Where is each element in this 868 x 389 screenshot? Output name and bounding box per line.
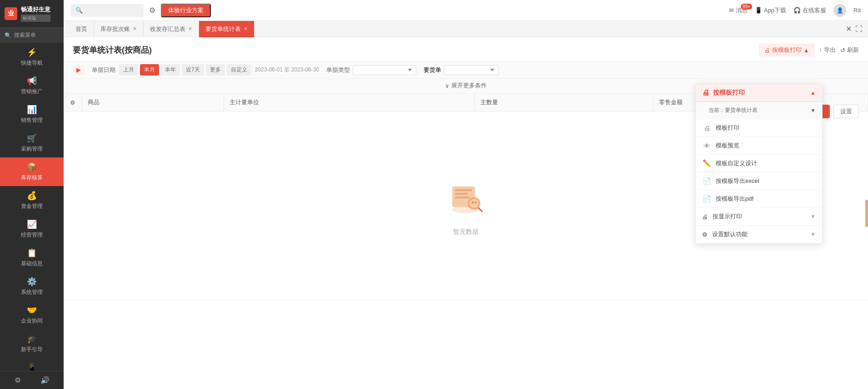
app-icon: 📱: [27, 363, 37, 371]
expand-more-button[interactable]: ∨ 展开更多条件: [445, 81, 487, 90]
sidebar-search[interactable]: 🔍 搜索菜单: [0, 28, 64, 43]
sidebar-item-sales[interactable]: 📊 销售管理: [0, 100, 64, 129]
sidebar-item-label: 资金管理: [21, 202, 43, 210]
empty-icon: [443, 175, 489, 221]
date-range: 2023-06-01 至 2023-06-30: [255, 66, 319, 74]
tab-inventory-batch-close[interactable]: ✕: [133, 26, 137, 32]
export-pdf-label: 按模板导出pdf: [716, 195, 753, 203]
export-icon: ↑: [819, 47, 823, 54]
date-btn-more[interactable]: 更多: [206, 64, 225, 76]
audio-icon[interactable]: 🔊: [40, 376, 50, 384]
tab-home[interactable]: 首页: [69, 21, 94, 37]
resize-handle[interactable]: [865, 200, 868, 227]
sidebar-item-operations[interactable]: 📈 经营管理: [0, 215, 64, 243]
settings-button[interactable]: 设置: [833, 105, 859, 118]
date-btn-custom[interactable]: 自定义: [227, 64, 251, 76]
current-label: 当前：要货单统计表: [708, 106, 758, 114]
topbar-gear-icon[interactable]: ⚙: [149, 6, 155, 15]
user-name: Rit: [853, 7, 861, 14]
inventory-icon: 📦: [27, 162, 37, 172]
messages-badge: 99+: [741, 4, 752, 10]
tab-order-stats[interactable]: 要货单统计表 ✕: [199, 21, 254, 37]
online-service-button[interactable]: 🎧 在线客服: [793, 6, 826, 15]
yaohuodan-select[interactable]: [444, 65, 499, 75]
print-icon: 🖨: [764, 47, 770, 54]
app-download-button[interactable]: 📱 App下载: [755, 6, 786, 15]
tab-order-stats-close[interactable]: ✕: [244, 26, 248, 32]
sidebar: 业 畅通好生意 标准版 🔍 搜索菜单 ⚡ 快捷导航 📢 营销推广 📊 销售管理 …: [0, 0, 64, 389]
sidebar-item-label: 快捷导航: [21, 59, 43, 67]
section2-arrow-icon: ▼: [810, 231, 816, 237]
sidebar-item-label: 营销推广: [21, 88, 43, 96]
tabs-bar: 首页 库存批次账 ✕ 收发存汇总表 ✕ 要货单统计表 ✕ ✕ ⛶: [64, 21, 868, 37]
date-btn-last-month[interactable]: 上月: [119, 64, 138, 76]
sidebar-nav: ⚡ 快捷导航 📢 营销推广 📊 销售管理 🛒 采购管理 📦 库存核算 💰 资金管…: [0, 43, 64, 371]
sidebar-item-purchase[interactable]: 🛒 采购管理: [0, 129, 64, 157]
sidebar-item-label: 采购管理: [21, 145, 43, 153]
tab-maximize-button[interactable]: ⛶: [855, 25, 863, 33]
col-settings[interactable]: ⚙: [64, 94, 82, 111]
dropdown-section-display-print[interactable]: 🖨 按显示打印 ▼: [696, 208, 822, 226]
avatar[interactable]: 👤: [833, 4, 846, 17]
sidebar-item-app[interactable]: 📱 应用中心: [0, 358, 64, 371]
date-filter: 单据日期 上月 本月 本年 近7天 更多 自定义 2023-06-01 至 20…: [92, 64, 319, 76]
tab-inventory-batch[interactable]: 库存批次账 ✕: [94, 21, 144, 37]
section-left2: ⚙ 设置默认功能: [702, 230, 748, 238]
export-excel-label: 按模板导出excel: [716, 177, 759, 185]
dropdown-section-default[interactable]: ⚙ 设置默认功能 ▼: [696, 226, 822, 243]
display-print-icon: 🖨: [702, 213, 708, 220]
type-filter: 单据类型 要货单: [326, 65, 416, 75]
print-button[interactable]: 🖨 按模板打印 ▲: [759, 44, 815, 56]
sidebar-item-quick-nav[interactable]: ⚡ 快捷导航: [0, 43, 64, 71]
dropdown-item-template-print[interactable]: 🖨 模板打印: [696, 119, 822, 137]
sales-icon: 📊: [27, 105, 37, 115]
sidebar-item-marketing[interactable]: 📢 营销推广: [0, 71, 64, 100]
refresh-label: 刷新: [847, 46, 859, 54]
expand-more-icon: ∨: [445, 82, 449, 89]
sidebar-item-label: 经营管理: [21, 231, 43, 239]
sidebar-item-system[interactable]: ⚙️ 系统管理: [0, 272, 64, 301]
online-service-label: 在线客服: [803, 6, 826, 15]
dropdown-collapse-icon[interactable]: ▲: [810, 90, 816, 96]
marketing-icon: 📢: [27, 76, 37, 86]
sidebar-item-inventory[interactable]: 📦 库存核算: [0, 157, 64, 186]
sidebar-item-basic[interactable]: 📋 基础信息: [0, 243, 64, 272]
sidebar-item-collab[interactable]: 🤝 企业协同: [0, 301, 64, 329]
expand-icon: ▶: [76, 66, 81, 73]
dropdown-current[interactable]: 当前：要货单统计表 ▼: [696, 102, 822, 119]
dropdown-item-template-preview[interactable]: 👁 模板预览: [696, 137, 822, 155]
sidebar-item-newbie[interactable]: 🎓 新手引导: [0, 329, 64, 358]
dropdown-item-export-pdf[interactable]: 📄 按模板导出pdf: [696, 190, 822, 208]
tabs-right: ✕ ⛶: [846, 25, 863, 33]
logo-name: 畅通好生意: [21, 5, 50, 14]
refresh-icon: ↺: [840, 47, 845, 54]
filter-expand-button[interactable]: ▶: [73, 65, 85, 75]
date-btn-7days[interactable]: 近7天: [182, 64, 204, 76]
export-button[interactable]: ↑ 导出: [819, 46, 836, 54]
svg-rect-2: [455, 189, 472, 191]
messages-button[interactable]: ✉ 消息 99+: [729, 6, 748, 15]
dropdown-item-export-excel[interactable]: 📄 按模板导出excel: [696, 172, 822, 190]
sidebar-item-finance[interactable]: 💰 资金管理: [0, 186, 64, 215]
date-btn-this-year[interactable]: 本年: [161, 64, 180, 76]
refresh-button[interactable]: ↺ 刷新: [840, 46, 859, 54]
tab-close-all-button[interactable]: ✕: [846, 25, 852, 33]
sidebar-item-label: 系统管理: [21, 288, 43, 296]
avatar-icon: 👤: [837, 7, 843, 14]
tab-inventory-batch-label: 库存批次账: [100, 25, 130, 33]
topbar-search-box[interactable]: 🔍: [71, 4, 144, 17]
dropdown-item-template-design[interactable]: ✏️ 模板自定义设计: [696, 155, 822, 172]
trial-button[interactable]: 体验行业方案: [161, 4, 211, 17]
collab-icon: 🤝: [27, 305, 37, 315]
topbar-search-input[interactable]: [85, 7, 139, 14]
tab-summary-close[interactable]: ✕: [188, 26, 192, 32]
svg-rect-4: [455, 197, 469, 198]
type-select[interactable]: 要货单: [353, 65, 416, 75]
dropdown-header[interactable]: 🖨 按模板打印 ▲: [696, 84, 822, 102]
date-btn-this-month[interactable]: 本月: [140, 64, 159, 76]
svg-point-7: [472, 202, 473, 203]
basic-icon: 📋: [27, 248, 37, 258]
tab-summary[interactable]: 收发存汇总表 ✕: [144, 21, 199, 37]
settings-icon[interactable]: ⚙: [15, 376, 21, 384]
search-label: 搜索菜单: [14, 31, 36, 39]
